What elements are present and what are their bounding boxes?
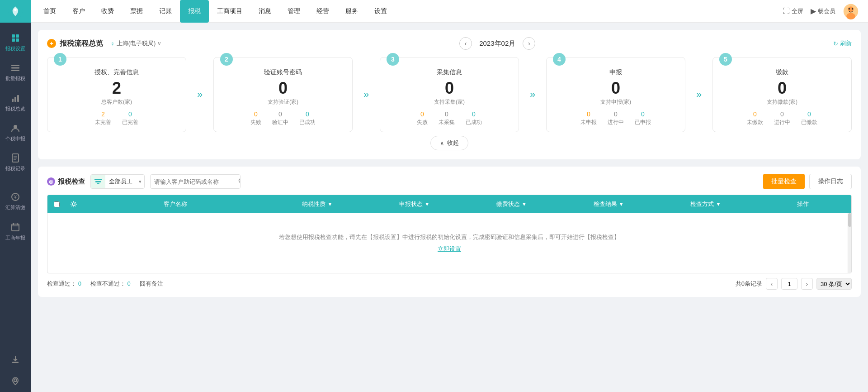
flow-card-4: 4 申报 0 支持申报(家) 0 未申报 0 进行中 — [546, 57, 685, 132]
svg-rect-11 — [11, 65, 19, 66]
fail-label: 检查不通过： 0 — [90, 280, 131, 288]
nav-invoice[interactable]: 票据 — [122, 0, 151, 23]
table-scrollbar[interactable] — [848, 213, 851, 273]
th-declare-filter-icon[interactable]: ▼ — [425, 201, 429, 207]
sidebar-item-personal-tax[interactable]: 个税申报 — [0, 117, 31, 147]
scrollbar-thumb — [848, 213, 851, 227]
svg-rect-14 — [12, 99, 14, 102]
stat-3-2[interactable]: 0 已成功 — [466, 110, 482, 126]
table-empty-state: 若您想使用报税检查功能，请先在【报税设置】中进行报税的初始化设置，完成密码验证和… — [47, 213, 851, 273]
nav-operation[interactable]: 经营 — [308, 0, 337, 23]
nav-home[interactable]: 首页 — [35, 0, 64, 23]
setup-link[interactable]: 立即设置 — [438, 243, 461, 255]
nav-settings[interactable]: 设置 — [366, 0, 395, 23]
prev-month-btn[interactable]: ‹ — [459, 37, 472, 50]
sidebar-item-location[interactable] — [0, 370, 31, 392]
refresh-btn[interactable]: ↻ 刷新 — [833, 39, 852, 48]
th-pay-filter-icon[interactable]: ▼ — [522, 201, 527, 207]
nav-accounting[interactable]: 记账 — [151, 0, 180, 23]
flow-card-1: 1 授权、完善信息 2 总客户数(家) 2 未完善 0 已完善 — [47, 57, 186, 132]
nav-service[interactable]: 服务 — [337, 0, 366, 23]
staff-filter[interactable]: 全部员工 ▾ — [90, 174, 145, 189]
stat-3-0[interactable]: 0 失败 — [417, 110, 428, 126]
next-page-btn[interactable]: › — [801, 278, 813, 290]
flow-title-text: 报税流程总览 — [60, 39, 103, 48]
per-page-select[interactable]: 30 条/页 — [816, 278, 852, 290]
avatar[interactable] — [843, 3, 859, 19]
sidebar-item-tax-overview[interactable]: 报税总览 — [0, 87, 31, 117]
check-actions: 批量检查 操作日志 — [763, 174, 852, 189]
nav-manage[interactable]: 管理 — [279, 0, 308, 23]
th-pay-status: 缴费状态 ▼ — [463, 200, 560, 208]
stat-4-1[interactable]: 0 进行中 — [608, 110, 624, 126]
top-nav: 首页 客户 收费 票据 记账 报税 工商项目 消息 管理 经营 服务 设置 ⛶ … — [0, 0, 868, 23]
flow-arrow-4: » — [685, 89, 712, 100]
chevron-up-icon: ∧ — [440, 140, 444, 147]
nav-customer[interactable]: 客户 — [64, 0, 93, 23]
svg-rect-28 — [12, 362, 19, 363]
stat-label-1-0: 未完善 — [95, 119, 111, 126]
sidebar-label-tax-record: 报税记录 — [5, 165, 25, 172]
fail-count[interactable]: 0 — [127, 280, 130, 287]
stat-5-0[interactable]: 0 未缴款 — [747, 110, 763, 126]
stat-2-1[interactable]: 0 验证中 — [272, 110, 288, 126]
nav-message[interactable]: 消息 — [250, 0, 279, 23]
stat-2-0[interactable]: 0 失败 — [250, 110, 261, 126]
th-action-label: 操作 — [797, 200, 809, 208]
pass-count[interactable]: 0 — [78, 280, 81, 287]
next-month-btn[interactable]: › — [523, 37, 535, 50]
stat-3-1[interactable]: 0 未采集 — [439, 110, 455, 126]
search-button[interactable] — [234, 175, 241, 188]
flow-location[interactable]: ♀ 上海(电子税局) ∨ — [110, 39, 161, 48]
svg-point-6 — [852, 8, 854, 10]
sidebar-item-annual-report[interactable]: 工商年报 — [0, 216, 31, 246]
stat-5-1[interactable]: 0 进行中 — [774, 110, 790, 126]
th-checkbox[interactable] — [47, 201, 66, 207]
footer-right: 共0条记录 ‹ › 30 条/页 — [736, 278, 852, 290]
flow-card-stats-2: 0 失败 0 验证中 0 已成功 — [223, 110, 343, 126]
th-tax-type-filter-icon[interactable]: ▼ — [327, 201, 332, 207]
nav-items: 首页 客户 收费 票据 记账 报税 工商项目 消息 管理 经营 服务 设置 — [31, 0, 783, 23]
nav-business[interactable]: 工商项目 — [209, 0, 250, 23]
select-all-checkbox[interactable] — [54, 201, 60, 207]
logo[interactable] — [0, 0, 31, 23]
flow-card-stats-4: 0 未申报 0 进行中 0 已申报 — [556, 110, 676, 126]
collapse-btn[interactable]: ∧ 收起 — [430, 136, 468, 150]
member-btn[interactable]: ▶ 畅会员 — [811, 7, 835, 15]
svg-point-29 — [14, 379, 17, 382]
stat-5-2[interactable]: 0 已缴款 — [801, 110, 817, 126]
search-input[interactable] — [151, 178, 234, 185]
nav-right: ⛶ 全屏 ▶ 畅会员 — [783, 3, 868, 19]
stat-4-2[interactable]: 0 已申报 — [635, 110, 651, 126]
stat-1-0[interactable]: 2 未完善 — [95, 110, 111, 126]
operation-log-btn[interactable]: 操作日志 — [809, 174, 852, 189]
flow-location-text: 上海(电子税局) — [117, 39, 156, 48]
sidebar-item-batch-tax[interactable]: 批量报税 — [0, 57, 31, 87]
main-content: + 报税流程总览 ♀ 上海(电子税局) ∨ ‹ 2023年02月 › ↻ — [31, 23, 868, 392]
stat-4-0[interactable]: 0 未申报 — [580, 110, 597, 126]
stat-2-2[interactable]: 0 已成功 — [299, 110, 316, 126]
prev-page-btn[interactable]: ‹ — [766, 278, 778, 290]
stat-label-1-1: 已完善 — [122, 119, 138, 126]
flow-card-2: 2 验证账号密码 0 支持验证(家) 0 失败 0 验证中 — [213, 57, 353, 132]
flow-card-title-3: 采集信息 — [389, 68, 509, 76]
sidebar: 报税设置 批量报税 报税总览 — [0, 23, 31, 392]
fullscreen-icon: ⛶ — [783, 7, 790, 15]
sidebar-item-tax-settings[interactable]: 报税设置 — [0, 27, 31, 57]
th-check-result-filter-icon[interactable]: ▼ — [619, 201, 624, 207]
page-input[interactable] — [781, 278, 797, 290]
fullscreen-btn[interactable]: ⛶ 全屏 — [783, 7, 803, 15]
table-body: 若您想使用报税检查功能，请先在【报税设置】中进行报税的初始化设置，完成密码验证和… — [47, 213, 851, 273]
sidebar-item-settlement[interactable]: ¥ 汇算清缴 — [0, 186, 31, 216]
batch-check-btn[interactable]: 批量检查 — [763, 174, 805, 189]
nav-fee[interactable]: 收费 — [93, 0, 122, 23]
stat-1-1[interactable]: 0 已完善 — [122, 110, 138, 126]
nav-tax[interactable]: 报税 — [180, 0, 209, 23]
stat-label-3-2: 已成功 — [466, 119, 482, 126]
sidebar-item-download[interactable] — [0, 349, 31, 370]
th-gear[interactable] — [66, 201, 82, 208]
th-check-method-filter-icon[interactable]: ▼ — [716, 201, 721, 207]
stat-num-2-0: 0 — [254, 110, 258, 118]
stat-label-3-0: 失败 — [417, 119, 428, 126]
sidebar-item-tax-record[interactable]: 报税记录 — [0, 147, 31, 177]
